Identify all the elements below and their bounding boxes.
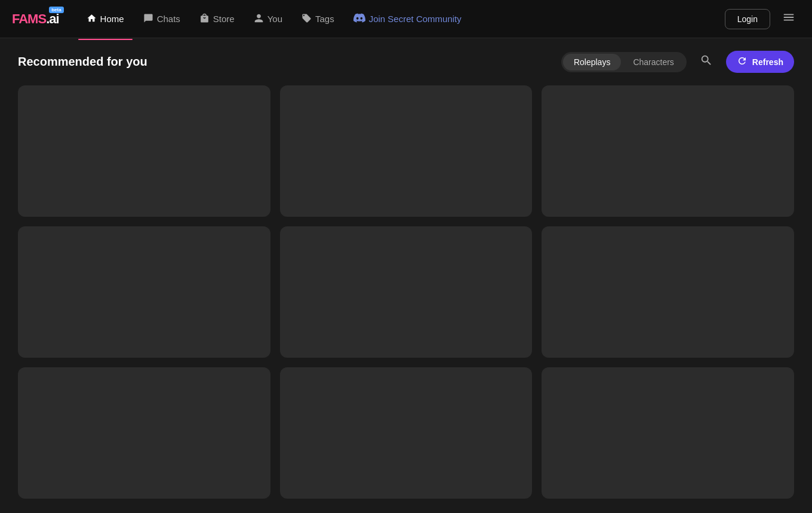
refresh-icon (737, 56, 748, 68)
nav-home[interactable]: Home (78, 8, 133, 30)
nav-home-label: Home (100, 14, 124, 24)
chats-icon (143, 13, 153, 25)
list-item[interactable] (280, 226, 533, 358)
nav-tags-label: Tags (315, 14, 334, 24)
home-icon (87, 13, 97, 25)
tab-roleplays[interactable]: Roleplays (563, 54, 621, 70)
list-item[interactable] (18, 226, 270, 358)
nav-you[interactable]: You (245, 8, 291, 30)
login-button[interactable]: Login (725, 9, 770, 29)
logo[interactable]: FAMS.ai beta (12, 11, 59, 27)
filter-tabs: Roleplays Characters (561, 52, 687, 72)
content-header: Recommended for you Roleplays Characters… (0, 38, 812, 85)
tags-icon (302, 13, 312, 25)
beta-badge: beta (49, 7, 63, 13)
navbar: FAMS.ai beta Home Chats Store You (0, 0, 812, 38)
list-item[interactable] (18, 367, 270, 499)
nav-items: Home Chats Store You Tags (78, 7, 720, 30)
nav-right: Login (725, 8, 800, 29)
nav-chats[interactable]: Chats (135, 8, 189, 30)
refresh-button[interactable]: Refresh (726, 51, 794, 73)
cards-grid (0, 85, 812, 513)
list-item[interactable] (542, 367, 794, 499)
tab-characters[interactable]: Characters (622, 54, 684, 70)
menu-icon (782, 11, 795, 24)
nav-store[interactable]: Store (191, 8, 243, 30)
refresh-label: Refresh (752, 57, 783, 67)
nav-you-label: You (267, 14, 282, 24)
list-item[interactable] (542, 226, 794, 358)
list-item[interactable] (280, 85, 533, 217)
discord-icon (353, 12, 365, 26)
nav-store-label: Store (213, 14, 235, 24)
logo-fams: FAMS (12, 11, 46, 26)
menu-button[interactable] (777, 8, 800, 29)
nav-discord[interactable]: Join Secret Community (345, 7, 470, 30)
list-item[interactable] (280, 367, 533, 499)
page-title: Recommended for you (18, 55, 552, 69)
search-icon (700, 56, 713, 69)
search-button[interactable] (696, 50, 716, 73)
list-item[interactable] (542, 85, 794, 217)
store-icon (199, 13, 210, 25)
nav-chats-label: Chats (157, 14, 180, 24)
list-item[interactable] (18, 85, 270, 217)
you-icon (254, 13, 264, 25)
nav-tags[interactable]: Tags (293, 8, 343, 30)
nav-discord-label: Join Secret Community (369, 14, 462, 24)
logo-ai: ai (49, 11, 59, 26)
